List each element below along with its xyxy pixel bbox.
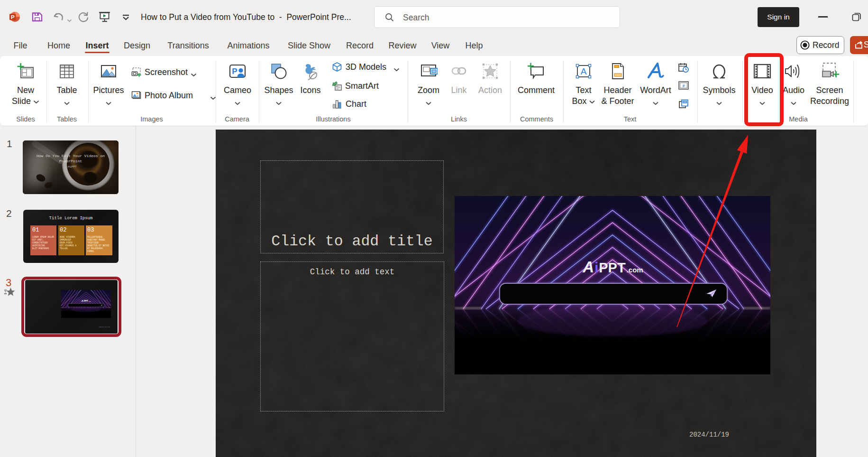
svg-text:P: P	[11, 14, 15, 20]
svg-text:#: #	[682, 84, 685, 88]
svg-text:A: A	[581, 66, 587, 76]
svg-text:P: P	[232, 67, 237, 76]
